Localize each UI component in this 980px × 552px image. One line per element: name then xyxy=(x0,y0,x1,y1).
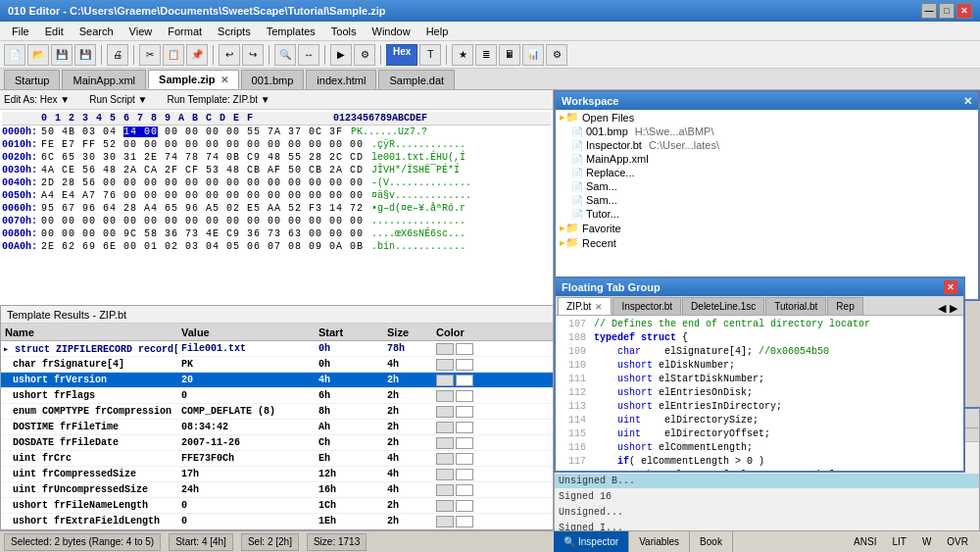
ftg-tab-rep[interactable]: Rep xyxy=(827,297,862,315)
bookmark-button[interactable]: ★ xyxy=(452,44,473,66)
ws-file-samplezip[interactable]: 📄 Sam... xyxy=(556,179,978,193)
bottom-tab-variables[interactable]: Variables xyxy=(629,531,690,553)
table-row[interactable]: uint frCompressedSize 17h 12h 4h xyxy=(1,467,553,482)
menu-tools[interactable]: Tools xyxy=(323,24,365,39)
next-tab-button[interactable]: ▶ xyxy=(950,302,957,315)
code-line: 109 char elSignature[4]; //0x06054b50 xyxy=(560,345,959,359)
menu-scripts[interactable]: Scripts xyxy=(210,24,259,39)
ws-file-replace[interactable]: 📄 Replace... xyxy=(556,166,978,179)
tab-001bmp[interactable]: 001.bmp xyxy=(241,70,305,89)
file-icon: 📄 xyxy=(571,154,583,165)
ws-recent[interactable]: ▸📁 Recent xyxy=(556,235,978,250)
tab-samplezip[interactable]: Sample.zip ✕ xyxy=(148,70,238,89)
bottom-bar: 🔍 Inspector Variables Book ANSI LIT W OV… xyxy=(554,530,980,552)
edit-as-label[interactable]: Edit As: Hex ▼ xyxy=(4,94,70,105)
col-header-start: Start xyxy=(315,326,383,338)
bottom-tab-book[interactable]: Book xyxy=(690,531,733,553)
menu-format[interactable]: Format xyxy=(160,24,210,39)
start-status: Start: 4 [4h] xyxy=(169,533,233,551)
open-button[interactable]: 📂 xyxy=(27,44,49,66)
ws-file-001bmp[interactable]: 📄 001.bmp H:\Swe...a\BMP\ xyxy=(556,125,978,138)
compare-button[interactable]: ≣ xyxy=(475,44,497,66)
floating-tab-group-title: Floating Tab Group ✕ xyxy=(556,278,963,296)
table-row[interactable]: DOSTIME frFileTime 08:34:42 Ah 2h xyxy=(1,420,553,435)
table-row[interactable]: ushort frFlags 0 6h 2h xyxy=(1,388,553,404)
main-container: Edit As: Hex ▼ Run Script ▼ Run Template… xyxy=(0,90,980,552)
calc-button[interactable]: 🖩 xyxy=(499,44,520,66)
hex-row-0020: 0020h: 6C 65 30 30 31 2E 74 78 74 0B C9 … xyxy=(2,151,551,164)
paste-button[interactable]: 📌 xyxy=(186,44,208,66)
undo-button[interactable]: ↩ xyxy=(219,44,240,66)
table-row[interactable]: uint frCrc FFE73F0Ch Eh 4h xyxy=(1,451,553,467)
run-script-label[interactable]: Run Script ▼ xyxy=(89,94,147,105)
chart-button[interactable]: 📊 xyxy=(522,44,544,66)
new-button[interactable]: 📄 xyxy=(4,44,25,66)
hex-mode-button[interactable]: Hex xyxy=(386,44,417,66)
file-icon: 📄 xyxy=(571,140,583,151)
menu-help[interactable]: Help xyxy=(418,24,457,39)
print-button[interactable]: 🖨 xyxy=(107,44,128,66)
minimize-button[interactable]: — xyxy=(921,3,937,19)
floating-code-content[interactable]: 107 // Defines the end of central direct… xyxy=(556,316,963,471)
cut-button[interactable]: ✂ xyxy=(139,44,161,66)
hex-toolbar: Edit As: Hex ▼ Run Script ▼ Run Template… xyxy=(0,90,553,110)
close-button[interactable]: ✕ xyxy=(956,3,972,19)
ftg-tab-tutorialbt[interactable]: Tutorial.bt xyxy=(765,297,826,315)
table-row[interactable]: ▸ struct ZIPFILERECORD record[0] File001… xyxy=(1,341,553,357)
copy-button[interactable]: 📋 xyxy=(163,44,184,66)
prev-tab-button[interactable]: ◀ xyxy=(938,302,946,315)
ws-file-inspectorbt[interactable]: 📄 Inspector.bt C:\User...lates\ xyxy=(556,138,978,152)
redo-button[interactable]: ↪ xyxy=(242,44,264,66)
tab-mainapp[interactable]: MainApp.xml xyxy=(62,70,146,89)
ftg-tab-inspectorbt[interactable]: Inspector.bt xyxy=(612,297,681,315)
floating-close-button[interactable]: ✕ xyxy=(944,280,957,294)
ws-file-mainapp[interactable]: 📄 MainApp.xml xyxy=(556,152,978,166)
options-button[interactable]: ⚙ xyxy=(546,44,567,66)
bottom-tab-inspector[interactable]: 🔍 Inspector xyxy=(554,531,629,553)
save-button[interactable]: 💾 xyxy=(51,44,73,66)
maximize-button[interactable]: □ xyxy=(939,3,955,19)
hex-row-0080: 0080h: 00 00 00 00 9C 58 36 73 4E C9 36 … xyxy=(2,227,551,240)
ws-file-tutorial[interactable]: 📄 Tutor... xyxy=(556,207,978,221)
run-template-label[interactable]: Run Template: ZIP.bt ▼ xyxy=(168,94,270,105)
file-icon: 📄 xyxy=(571,126,583,137)
menu-search[interactable]: Search xyxy=(72,24,122,39)
replace-button[interactable]: ↔ xyxy=(298,44,319,66)
tab-sampledat[interactable]: Sample.dat xyxy=(378,70,455,89)
menu-window[interactable]: Window xyxy=(365,24,418,39)
code-line: 110 ushort elDiskNumber; xyxy=(560,359,959,373)
table-row[interactable]: char frSignature[4] PK 0h 4h xyxy=(1,357,553,373)
table-row[interactable]: DOSDATE frFileDate 2007-11-26 Ch 2h xyxy=(1,435,553,451)
ftg-tab-deleteline[interactable]: DeleteLine.1sc xyxy=(682,297,764,315)
find-button[interactable]: 🔍 xyxy=(274,44,296,66)
menu-edit[interactable]: Edit xyxy=(37,24,72,39)
separator5 xyxy=(324,45,325,65)
ws-favorite[interactable]: ▸📁 Favorite xyxy=(556,221,978,235)
workspace-content[interactable]: ▸📁 Open Files 📄 001.bmp H:\Swe...a\BMP\ … xyxy=(556,110,978,299)
table-row[interactable]: ushort frFileNameLength 0 1Ch 2h xyxy=(1,498,553,514)
tab-startup[interactable]: Startup xyxy=(4,70,60,89)
table-row[interactable]: ushort frVersion 20 4h 2h xyxy=(1,373,553,388)
table-row[interactable]: uint frUncompressedSize 24h 16h 4h xyxy=(1,482,553,498)
menu-file[interactable]: File xyxy=(4,24,37,39)
app-title: 010 Editor - C:\Users\Graeme\Documents\S… xyxy=(8,5,921,17)
code-line: 111 ushort elStartDiskNumber; xyxy=(560,373,959,386)
tab-indexhtml[interactable]: index.html xyxy=(306,70,376,89)
hex-content[interactable]: 0 1 2 3 4 5 6 7 8 9 A B C D E F 01234567… xyxy=(0,110,553,305)
close-tab-icon[interactable]: ✕ xyxy=(220,75,228,85)
text-mode-button[interactable]: T xyxy=(419,44,441,66)
menu-bar: File Edit Search View Format Scripts Tem… xyxy=(0,22,980,41)
run-script-button[interactable]: ▶ xyxy=(330,44,352,66)
ftg-tab-zipbt[interactable]: ZIP.bt✕ xyxy=(558,297,612,315)
save-all-button[interactable]: 💾 xyxy=(74,44,96,66)
menu-templates[interactable]: Templates xyxy=(259,24,323,39)
table-row[interactable]: ushort frExtraFieldLength 0 1Eh 2h xyxy=(1,514,553,529)
w-status: W xyxy=(918,535,935,548)
ws-file-sampledat[interactable]: 📄 Sam... xyxy=(556,193,978,207)
run-template-button[interactable]: ⚙ xyxy=(354,44,375,66)
template-rows[interactable]: ▸ struct ZIPFILERECORD record[0] File001… xyxy=(1,341,553,529)
table-row[interactable]: enum COMPTYPE frCompression COMP_DEFLATE… xyxy=(1,404,553,420)
ws-open-files[interactable]: ▸📁 Open Files xyxy=(556,110,978,125)
workspace-close[interactable]: ✕ xyxy=(963,95,972,108)
menu-view[interactable]: View xyxy=(122,24,161,39)
